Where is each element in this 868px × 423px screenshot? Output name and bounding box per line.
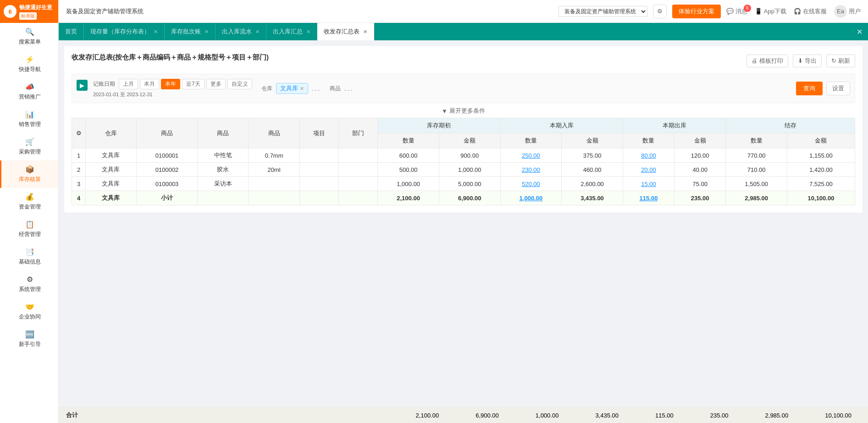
user-action[interactable]: Ea 用户 bbox=[834, 5, 861, 18]
chart-icon: 📊 bbox=[25, 110, 34, 119]
sidebar-item-inventory[interactable]: 📦 库存核算 bbox=[0, 160, 58, 188]
subtotal-out-qty[interactable]: 115.00 bbox=[623, 191, 674, 205]
subtotal-in-qty[interactable]: 1,000.00 bbox=[500, 191, 562, 205]
page-title: 收发存汇总表(按仓库＋商品编码＋商品＋规格型号＋项目＋部门) bbox=[72, 53, 269, 62]
col-group-out: 本期出库 bbox=[623, 118, 725, 133]
date-label: 记账日期 bbox=[93, 80, 115, 88]
date-btn-this-month[interactable]: 本月 bbox=[140, 79, 159, 89]
tab-receipt-summary[interactable]: 收发存汇总表 ✕ bbox=[317, 23, 374, 40]
subtotal-opening-qty: 2,100.00 bbox=[378, 191, 439, 205]
settings-button[interactable]: ⚙ bbox=[653, 5, 667, 18]
sidebar-item-corp[interactable]: 🤝 企业协同 bbox=[0, 298, 58, 325]
row1-in-qty[interactable]: 250.00 bbox=[500, 148, 562, 163]
row2-closing-qty: 710.00 bbox=[726, 163, 787, 177]
row2-code: 0100002 bbox=[136, 163, 198, 177]
table-row: 1 文具库 0100001 中性笔 0.7mm 600.00 900.00 25… bbox=[72, 148, 855, 163]
tab-inout-summary[interactable]: 出入库汇总 ✕ bbox=[266, 23, 317, 40]
try-button[interactable]: 体验行业方案 bbox=[672, 5, 721, 18]
tab-batch[interactable]: 库存批次账 ✕ bbox=[165, 23, 216, 40]
tab-close-stock-dist[interactable]: ✕ bbox=[154, 29, 158, 35]
app-logo-text: 畅捷通好生意 标准版 bbox=[19, 4, 52, 20]
sidebar-item-basics[interactable]: 📑 基础信息 bbox=[0, 243, 58, 270]
date-btn-last-month[interactable]: 上月 bbox=[119, 79, 138, 89]
tab-home[interactable]: 首页 bbox=[59, 23, 84, 40]
subtotal-warehouse: 文具库 bbox=[86, 191, 137, 205]
row1-out-qty[interactable]: 80.00 bbox=[623, 148, 674, 163]
sidebar-item-purchase[interactable]: 🛒 采购管理 bbox=[0, 133, 58, 160]
row3-opening-qty: 1,000.00 bbox=[378, 177, 439, 191]
sidebar-item-sales[interactable]: 📊 销售管理 bbox=[0, 105, 58, 133]
flash-icon: ⚡ bbox=[25, 55, 34, 64]
page-card: 收发存汇总表(按仓库＋商品编码＋商品＋规格型号＋项目＋部门) 🖨 模板打印 ⬇ … bbox=[64, 46, 862, 213]
row1-opening-qty: 600.00 bbox=[378, 148, 439, 163]
megaphone-icon: 📣 bbox=[25, 82, 34, 91]
sidebar-item-quicknav[interactable]: ⚡ 快捷导航 bbox=[0, 50, 58, 78]
date-btn-custom[interactable]: 自定义 bbox=[227, 79, 252, 89]
expand-more-button[interactable]: ▼ 展开更多条件 bbox=[442, 107, 485, 115]
refresh-icon: ↻ bbox=[831, 57, 836, 64]
warehouse-tag-close[interactable]: ✕ bbox=[300, 86, 304, 92]
document-icon: 📑 bbox=[25, 247, 34, 256]
row3-in-qty[interactable]: 520.00 bbox=[500, 177, 562, 191]
col-group-in: 本期入库 bbox=[500, 118, 623, 133]
table-settings-col[interactable]: ⚙ bbox=[72, 118, 86, 148]
row2-opening-amount: 1,000.00 bbox=[439, 163, 500, 177]
date-btn-this-year[interactable]: 本年 bbox=[161, 79, 180, 89]
close-all-tabs-button[interactable]: ✕ bbox=[851, 27, 868, 36]
total-closing-qty: 2,985.00 bbox=[765, 412, 789, 419]
row1-closing-qty: 770.00 bbox=[726, 148, 787, 163]
header-system-select: 装备及固定资产辅助管理系统 bbox=[558, 6, 647, 17]
row2-index: 2 bbox=[72, 163, 86, 177]
tab-close-receipt-summary[interactable]: ✕ bbox=[363, 29, 367, 35]
system-dropdown[interactable]: 装备及固定资产辅助管理系统 bbox=[558, 6, 647, 17]
row2-in-qty[interactable]: 230.00 bbox=[500, 163, 562, 177]
row3-out-qty[interactable]: 15.00 bbox=[623, 177, 674, 191]
date-buttons: 上月 本月 本年 近7天 更多 自定义 bbox=[119, 79, 252, 89]
phone-icon: 📱 bbox=[755, 8, 762, 15]
tab-close-batch[interactable]: ✕ bbox=[205, 29, 209, 35]
app-download-action[interactable]: 📱 App下载 bbox=[755, 7, 786, 16]
table-row: 2 文具库 0100002 胶水 20ml 500.00 1,000.00 23… bbox=[72, 163, 855, 177]
col-closing-qty: 数量 bbox=[726, 133, 787, 148]
print-button[interactable]: 🖨 模板打印 bbox=[746, 55, 788, 67]
date-range-text: 2023-01-01 至 2023-12-31 bbox=[93, 91, 153, 98]
row3-warehouse: 文具库 bbox=[86, 177, 137, 191]
export-button[interactable]: ⬇ 导出 bbox=[793, 55, 822, 67]
row1-name: 中性笔 bbox=[198, 148, 249, 163]
gear-icon: ⚙ bbox=[27, 275, 33, 284]
refresh-button[interactable]: ↻ 刷新 bbox=[826, 55, 855, 67]
col-header-dept: 部门 bbox=[339, 118, 378, 148]
tab-inout-flow[interactable]: 出入库流水 ✕ bbox=[216, 23, 266, 40]
set-button[interactable]: 设置 bbox=[826, 82, 850, 95]
col-header-code: 商品 bbox=[136, 118, 198, 148]
tab-close-inout-flow[interactable]: ✕ bbox=[255, 29, 260, 35]
sidebar-item-system[interactable]: ⚙ 系统管理 bbox=[0, 270, 58, 298]
tabs-bar: 首页 现存量（库存分布表） ✕ 库存批次账 ✕ 出入库流水 ✕ 出入库汇总 ✕ … bbox=[59, 23, 868, 40]
tab-close-inout-summary[interactable]: ✕ bbox=[306, 29, 310, 35]
data-table: ⚙ 仓库 商品 商品 商品 项目 部门 库存期初 本期入库 本期出库 结存 数量 bbox=[72, 118, 855, 205]
sidebar-item-finance[interactable]: 💰 资金管理 bbox=[0, 188, 58, 215]
headset-icon: 🎧 bbox=[794, 8, 801, 15]
query-button[interactable]: 查询 bbox=[796, 82, 823, 95]
row2-closing-amount: 1,420.00 bbox=[787, 163, 855, 177]
warehouse-dots[interactable]: ... bbox=[312, 84, 321, 93]
row1-in-amount: 375.00 bbox=[562, 148, 623, 163]
col-header-name: 商品 bbox=[198, 118, 249, 148]
money-icon: 💰 bbox=[25, 192, 34, 201]
sidebar-item-marketing[interactable]: 📣 营销推广 bbox=[0, 78, 58, 105]
online-service-action[interactable]: 🎧 在线客服 bbox=[794, 7, 827, 16]
message-action[interactable]: 💬 消息 6 bbox=[726, 7, 747, 16]
date-btn-more[interactable]: 更多 bbox=[206, 79, 226, 89]
row2-out-qty[interactable]: 20.00 bbox=[623, 163, 674, 177]
row2-spec: 20ml bbox=[249, 163, 300, 177]
collapse-filter-button[interactable]: ▶ bbox=[77, 80, 88, 91]
sidebar-item-operations[interactable]: 📋 经营管理 bbox=[0, 215, 58, 243]
new-icon: 🆕 bbox=[25, 330, 34, 339]
goods-dots[interactable]: ... bbox=[344, 84, 353, 93]
tab-stock-dist[interactable]: 现存量（库存分布表） ✕ bbox=[84, 23, 165, 40]
sidebar-item-newbie[interactable]: 🆕 新手引导 bbox=[0, 325, 58, 353]
row2-out-amount: 40.00 bbox=[674, 163, 726, 177]
date-btn-7days[interactable]: 近7天 bbox=[182, 79, 205, 89]
sidebar-item-search[interactable]: 🔍 搜索菜单 bbox=[0, 23, 58, 50]
print-icon: 🖨 bbox=[752, 57, 757, 64]
